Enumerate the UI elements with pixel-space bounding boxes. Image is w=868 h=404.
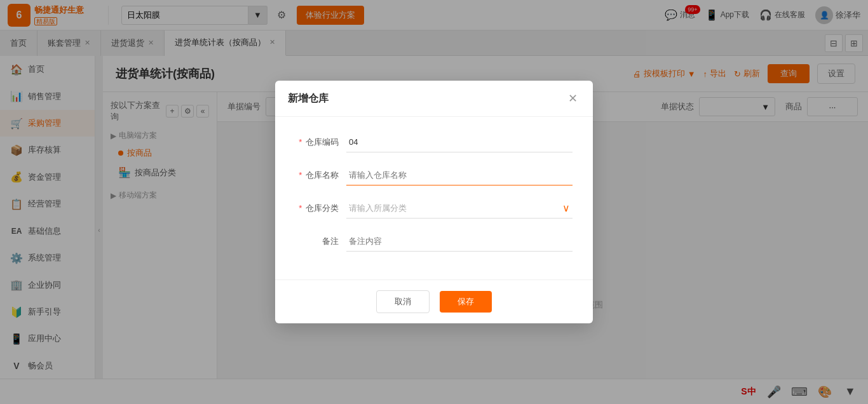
form-row-name: * 仓库名称 [295, 165, 573, 185]
code-input[interactable] [346, 132, 573, 152]
form-row-category: * 仓库分类 请输入所属分类 ∨ [295, 198, 573, 219]
modal-footer: 取消 保存 [275, 279, 593, 323]
category-select[interactable]: 请输入所属分类 ∨ [346, 198, 573, 219]
cancel-button[interactable]: 取消 [376, 290, 430, 313]
modal-close-button[interactable]: ✕ [565, 91, 580, 106]
category-label: * 仓库分类 [295, 203, 346, 214]
form-row-note: 备注 [295, 231, 573, 252]
modal-body: * 仓库编码 * 仓库名称 * 仓库分类 请输入所属 [275, 117, 593, 279]
name-input[interactable] [346, 165, 573, 185]
note-label: 备注 [295, 236, 346, 247]
save-button[interactable]: 保存 [440, 291, 492, 313]
note-input[interactable] [346, 231, 573, 252]
form-row-code: * 仓库编码 [295, 132, 573, 152]
name-label: * 仓库名称 [295, 170, 346, 181]
modal-title: 新增仓库 [288, 92, 329, 105]
category-dropdown-icon: ∨ [562, 202, 570, 214]
modal-header: 新增仓库 ✕ [275, 81, 593, 117]
new-warehouse-modal: 新增仓库 ✕ * 仓库编码 * 仓库名称 [275, 81, 593, 323]
modal-overlay: 新增仓库 ✕ * 仓库编码 * 仓库名称 [0, 0, 868, 404]
code-label: * 仓库编码 [295, 137, 346, 148]
